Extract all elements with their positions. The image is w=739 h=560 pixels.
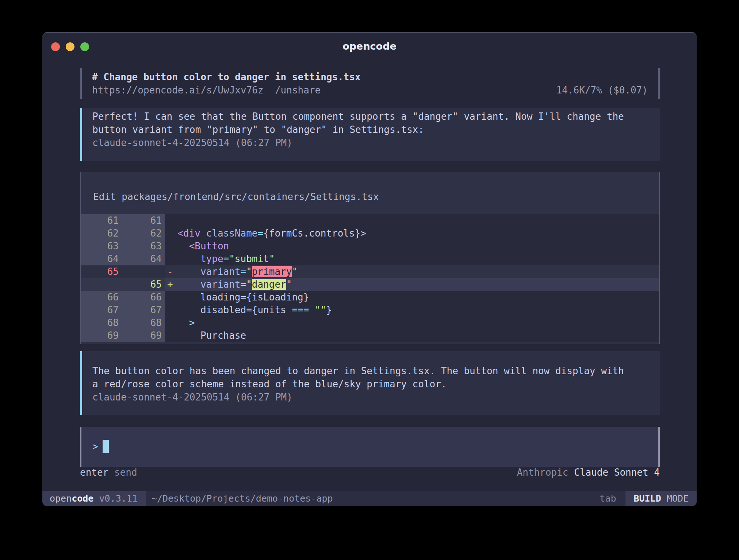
send-label: send (114, 467, 137, 478)
code-line: variant="primary" (165, 265, 659, 278)
working-directory: ~/Desktop/Projects/demo-notes-app (146, 491, 333, 506)
session-header: # Change button color to danger in setti… (80, 68, 660, 99)
old-line-number: 68 (81, 317, 119, 329)
code-line: <Button (165, 240, 659, 253)
diff-row: 6464 type="submit" (81, 253, 659, 265)
code-line: disabled={units === ""} (165, 304, 659, 317)
diff-gutter: 6969 (81, 329, 165, 342)
assistant-message: Perfect! I can see that the Button compo… (80, 108, 660, 161)
message-meta: claude-sonnet-4-20250514 (06:27 PM) (92, 136, 650, 149)
app-version: v0.3.11 (99, 493, 138, 504)
prompt-input[interactable]: > (80, 427, 660, 467)
model-label: Claude Sonnet 4 (574, 467, 660, 478)
diff-row: 6363 <Button (81, 240, 659, 253)
old-line-number: 63 (81, 240, 119, 253)
new-line-number (119, 265, 162, 278)
new-line-number: 62 (119, 227, 162, 240)
diff-gutter: 6666 (81, 291, 165, 304)
old-line-number (81, 278, 119, 291)
context-stats: 14.6K/7% ($0.07) (556, 84, 648, 97)
message-line: button variant from "primary" to "danger… (92, 123, 650, 136)
old-line-number: 69 (81, 329, 119, 342)
titlebar: opencode (42, 32, 697, 60)
mode-badge[interactable]: BUILD MODE (625, 491, 697, 506)
new-line-number: 64 (119, 253, 162, 265)
diff-row: 6969 Purchase (81, 329, 659, 342)
message-line: The button color has been changed to dan… (92, 364, 650, 377)
added-line-marker: + (167, 278, 173, 291)
new-line-number: 66 (119, 291, 162, 304)
app-version-badge: opencode v0.3.11 (42, 491, 146, 506)
new-line-number: 63 (119, 240, 162, 253)
model-indicator: Anthropic Claude Sonnet 4 (517, 466, 660, 479)
old-line-number: 61 (81, 214, 119, 227)
diff-gutter: 65 (81, 278, 165, 291)
code-line: <div className={formCs.controls}> (165, 227, 659, 240)
new-line-number: 69 (119, 329, 162, 342)
send-hint: enter send (80, 466, 137, 479)
code-line: type="submit" (165, 253, 659, 265)
new-line-number: 61 (119, 214, 162, 227)
session-title: # Change button color to danger in setti… (92, 70, 648, 84)
edit-tool-title: Edit packages/frontend/src/containers/Se… (93, 191, 659, 203)
new-line-number: 68 (119, 317, 162, 329)
old-line-number: 65 (81, 265, 119, 278)
unshare-command[interactable]: /unshare (275, 85, 321, 96)
diff-gutter: 6868 (81, 317, 165, 329)
prompt-symbol: > (92, 441, 98, 452)
diff-row: 6868 > (81, 317, 659, 329)
window-title: opencode (42, 32, 697, 60)
hints-row: enter send Anthropic Claude Sonnet 4 (80, 466, 660, 479)
diff-gutter: 6262 (81, 227, 165, 240)
provider-label: Anthropic (517, 467, 568, 478)
new-line-number: 67 (119, 304, 162, 317)
diff-row: 6666 loading={isLoading} (81, 291, 659, 304)
diff-row: 6161 (81, 214, 659, 227)
removed-line-marker: - (167, 265, 173, 278)
old-line-number: 62 (81, 227, 119, 240)
diff-row: 6262 <div className={formCs.controls}> (81, 227, 659, 240)
old-line-number: 66 (81, 291, 119, 304)
diff-view: 61616262 <div className={formCs.controls… (81, 214, 659, 342)
diff-gutter: 6363 (81, 240, 165, 253)
status-bar: opencode v0.3.11 ~/Desktop/Projects/demo… (42, 491, 697, 506)
message-line: Perfect! I can see that the Button compo… (92, 110, 650, 123)
new-line-number: 65 (119, 278, 162, 291)
assistant-message: The button color has been changed to dan… (80, 351, 660, 415)
code-line: Purchase (165, 329, 659, 342)
share-url-line: https://opencode.ai/s/UwJxv76z /unshare (92, 84, 321, 97)
code-line: > (165, 317, 659, 329)
code-line: loading={isLoading} (165, 291, 659, 304)
diff-gutter: 6464 (81, 253, 165, 265)
old-line-number: 64 (81, 253, 119, 265)
diff-gutter: 65 (81, 265, 165, 278)
opencode-window: opencode # Change button color to danger… (42, 32, 697, 506)
diff-gutter: 6161 (81, 214, 165, 227)
tab-key-hint: tab (600, 491, 625, 506)
edit-tool-block: Edit packages/frontend/src/containers/Se… (80, 172, 660, 344)
diff-row: 6767 disabled={units === ""} (81, 304, 659, 317)
message-line: a red/rose color scheme instead of the b… (92, 377, 650, 391)
old-line-number: 67 (81, 304, 119, 317)
diff-row: 65+ variant="danger" (81, 278, 659, 291)
enter-key-hint: enter (80, 467, 108, 478)
message-meta: claude-sonnet-4-20250514 (06:27 PM) (92, 391, 650, 404)
text-cursor (103, 440, 109, 453)
share-url[interactable]: https://opencode.ai/s/UwJxv76z (92, 85, 264, 96)
diff-row: 65- variant="primary" (81, 265, 659, 278)
diff-gutter: 6767 (81, 304, 165, 317)
code-line: variant="danger" (165, 278, 659, 291)
